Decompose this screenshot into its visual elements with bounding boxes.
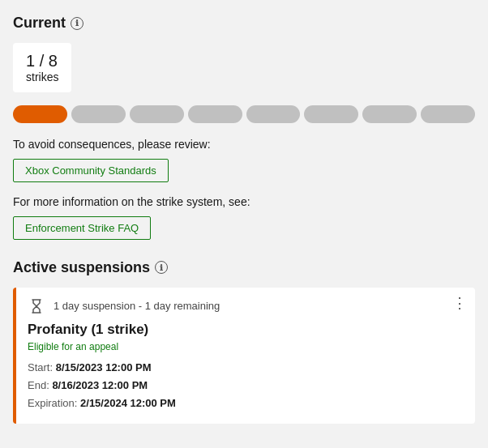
community-standards-button[interactable]: Xbox Community Standards [13, 159, 169, 182]
active-suspensions-title: Active suspensions ℹ [13, 259, 475, 276]
strike-segment-8 [421, 105, 475, 123]
expiration-date-row: Expiration: 2/15/2024 12:00 PM [28, 395, 464, 412]
expiration-value: 2/15/2024 12:00 PM [80, 397, 176, 409]
appeal-badge: Eligible for an appeal [28, 341, 464, 352]
strike-segment-6 [304, 105, 358, 123]
strikes-box: 1 / 8 strikes [13, 43, 71, 92]
more-options-icon[interactable]: ⋮ [452, 296, 467, 310]
page-container: Current ℹ 1 / 8 strikes To avoid consequ… [0, 0, 488, 440]
strike-segment-3 [130, 105, 184, 123]
end-label: End: [28, 379, 49, 391]
active-suspensions-info-icon[interactable]: ℹ [155, 261, 168, 274]
current-title-text: Current [13, 15, 66, 32]
start-label: Start: [28, 361, 53, 373]
suspension-title: Profanity (1 strike) [28, 322, 464, 338]
more-info-text: For more information on the strike syste… [13, 195, 475, 208]
end-value: 8/16/2023 12:00 PM [52, 379, 148, 391]
strike-segment-1 [13, 105, 67, 123]
strike-segment-2 [71, 105, 126, 123]
start-date-row: Start: 8/15/2023 12:00 PM [28, 359, 464, 377]
active-suspensions-label: Active suspensions [13, 259, 150, 276]
expiration-label: Expiration: [28, 397, 77, 409]
suspension-header: 1 day suspension - 1 day remaining [28, 297, 464, 315]
strike-segment-5 [246, 105, 301, 123]
strike-segment-7 [362, 105, 417, 123]
current-info-icon[interactable]: ℹ [71, 17, 83, 30]
strikes-fraction: 1 / 8 [26, 51, 58, 70]
suspension-card: 1 day suspension - 1 day remaining ⋮ Pro… [13, 288, 475, 424]
strikes-label: strikes [26, 70, 58, 84]
start-value: 8/15/2023 12:00 PM [56, 361, 152, 373]
strike-segment-4 [188, 105, 242, 123]
avoid-consequences-text: To avoid consequences, please review: [13, 138, 475, 151]
end-date-row: End: 8/16/2023 12:00 PM [28, 377, 464, 395]
enforcement-faq-button[interactable]: Enforcement Strike FAQ [13, 216, 151, 240]
hourglass-icon [28, 297, 45, 315]
strikes-bar [13, 105, 475, 123]
current-section-title: Current ℹ [13, 15, 475, 32]
suspension-duration-text: 1 day suspension - 1 day remaining [54, 300, 464, 312]
suspension-details: Start: 8/15/2023 12:00 PM End: 8/16/2023… [28, 359, 464, 412]
